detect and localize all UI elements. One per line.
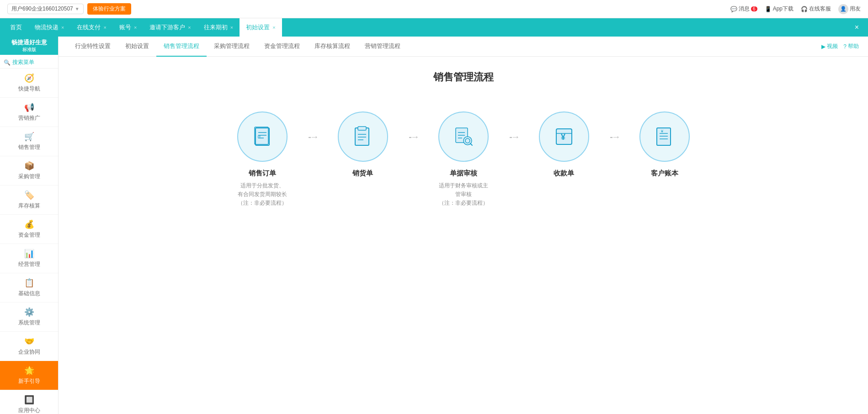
sidebar-search[interactable]: 🔍 搜索菜单 [0, 55, 58, 69]
sidebar-item-label: 系统管理 [18, 319, 40, 327]
sub-tab-actions: ▶ 视频 ? 帮助 [821, 42, 859, 50]
help-label: 帮助 [848, 42, 859, 50]
sub-tab-purchase-flow[interactable]: 采购管理流程 [207, 37, 257, 57]
video-link[interactable]: ▶ 视频 [821, 42, 838, 50]
flow-circle-delivery[interactable] [338, 111, 388, 162]
nav-tab-logistics[interactable]: 物流快递 × [28, 18, 70, 37]
sidebar-item-label: 新手引导 [18, 377, 40, 385]
sales-icon: 🛒 [24, 132, 34, 142]
flow-circle-audit[interactable] [438, 111, 489, 162]
nav-tab-invite[interactable]: 邀请下游客户 × [143, 18, 197, 37]
system-icon: ⚙️ [24, 307, 34, 317]
video-icon: ▶ [821, 43, 825, 50]
search-icon: 🔍 [4, 59, 11, 66]
sidebar-item-basic-info[interactable]: 📋 基础信息 [0, 273, 58, 303]
message-label: 消息 [739, 5, 750, 13]
sidebar-item-label: 基础信息 [18, 290, 40, 297]
flow-arrow-3: ···→ [500, 111, 527, 142]
flow-circle-ledger[interactable]: ¥ [639, 111, 690, 162]
headset-icon: 🎧 [801, 6, 808, 12]
nav-tab-payment-close[interactable]: × [103, 25, 106, 30]
sidebar-item-quick-nav[interactable]: 🧭 快捷导航 [0, 69, 58, 98]
flow-step-receipt: ¥ 收款单 [527, 111, 601, 181]
flow-step-delivery: 销货单 [326, 111, 399, 181]
sidebar-item-label: 企业协同 [18, 348, 40, 356]
top-bar-left: 用户690企业1660120507 ▼ 体验行业方案 [7, 3, 131, 15]
svg-text:¥: ¥ [660, 129, 664, 133]
online-service-link[interactable]: 🎧 在线客服 [801, 5, 831, 13]
sidebar-item-newbie-guide[interactable]: 🌟 新手引导 [0, 361, 58, 390]
sub-tab-sales-flow[interactable]: 销售管理流程 [156, 37, 207, 57]
sidebar-item-purchase[interactable]: 📦 采购管理 [0, 156, 58, 186]
sidebar-logo: 畅捷通好生意 标准版 [0, 37, 58, 55]
svg-text:¥: ¥ [561, 133, 565, 142]
sub-tab-initial[interactable]: 初始设置 [118, 37, 156, 57]
trial-button[interactable]: 体验行业方案 [87, 3, 131, 15]
purchase-icon: 📦 [24, 161, 34, 171]
nav-tab-payment[interactable]: 在线支付 × [70, 18, 112, 37]
nav-tab-account-close[interactable]: × [134, 25, 137, 30]
sidebar-item-marketing[interactable]: 📢 营销推广 [0, 98, 58, 127]
sub-tab-crm-flow[interactable]: 营销管理流程 [357, 37, 408, 57]
nav-tab-home-label: 首页 [10, 23, 22, 32]
nav-tab-period-close[interactable]: × [230, 25, 233, 30]
flow-circle-sales-order[interactable]: ≡ [237, 111, 288, 162]
user-menu-link[interactable]: 👤 用友 [838, 4, 861, 14]
nav-tab-account[interactable]: 账号 × [113, 18, 143, 37]
sub-tab-crm-flow-label: 营销管理流程 [365, 42, 400, 50]
message-link[interactable]: 💬 消息 6 [730, 5, 757, 13]
flow-step-ledger: ¥ 客户账本 [628, 111, 701, 181]
sidebar-item-inventory[interactable]: 🏷️ 库存核算 [0, 186, 58, 215]
nav-tab-period[interactable]: 往来期初 × [197, 18, 240, 37]
sidebar-logo-sub: 标准版 [22, 47, 36, 53]
sub-tab-initial-label: 初始设置 [125, 42, 149, 50]
nav-tab-logistics-label: 物流快递 [35, 23, 59, 32]
help-link[interactable]: ? 帮助 [843, 42, 859, 50]
nav-tab-period-label: 往来期初 [204, 23, 228, 32]
app-download-link[interactable]: 📱 App下载 [765, 5, 793, 13]
audit-icon [452, 125, 475, 148]
nav-tab-initial-setup-label: 初始设置 [246, 23, 270, 32]
nav-tab-initial-setup[interactable]: 初始设置 × [240, 18, 282, 37]
nav-tab-payment-label: 在线支付 [77, 23, 101, 32]
sub-tab-industry[interactable]: 行业特性设置 [68, 37, 118, 57]
sales-order-name: 销售订单 [249, 169, 276, 178]
sidebar-search-label: 搜索菜单 [12, 58, 34, 66]
sidebar-item-finance[interactable]: 💰 资金管理 [0, 215, 58, 244]
message-icon: 💬 [730, 6, 737, 12]
top-bar: 用户690企业1660120507 ▼ 体验行业方案 💬 消息 6 📱 App下… [0, 0, 868, 18]
user-label: 用户690企业1660120507 [11, 5, 73, 13]
flow-circle-receipt[interactable]: ¥ [539, 111, 589, 162]
sidebar-item-enterprise-collab[interactable]: 🤝 企业协同 [0, 332, 58, 361]
sidebar-item-label: 应用中心 [18, 407, 40, 414]
sidebar-logo-title: 畅捷通好生意 [11, 38, 47, 47]
nav-tab-logistics-close[interactable]: × [61, 25, 64, 30]
sub-tab-inventory-flow[interactable]: 库存核算流程 [307, 37, 357, 57]
sidebar-item-sales[interactable]: 🛒 销售管理 [0, 127, 58, 156]
sub-tabs: 行业特性设置 初始设置 销售管理流程 采购管理流程 资金管理流程 库存核算流程 … [59, 37, 868, 57]
sub-tab-industry-label: 行业特性设置 [75, 42, 111, 50]
user-selector[interactable]: 用户690企业1660120507 ▼ [7, 4, 84, 14]
nav-close-all-button[interactable]: × [849, 23, 864, 32]
main-content: 行业特性设置 初始设置 销售管理流程 采购管理流程 资金管理流程 库存核算流程 … [59, 37, 868, 414]
audit-desc: 适用于财务审核或主管审核（注：非必要流程） [439, 181, 488, 208]
nav-tab-home[interactable]: 首页 [4, 18, 28, 37]
sidebar-item-app-center[interactable]: 🔲 应用中心 [0, 390, 58, 414]
marketing-icon: 📢 [24, 102, 34, 112]
app-icon: 📱 [765, 6, 772, 12]
app-center-icon: 🔲 [24, 395, 34, 405]
receipt-icon: ¥ [553, 125, 575, 148]
svg-line-17 [470, 143, 472, 145]
sidebar-item-operations[interactable]: 📊 经营管理 [0, 244, 58, 273]
nav-tab-initial-setup-close[interactable]: × [272, 25, 275, 30]
nav-tab-invite-close[interactable]: × [188, 25, 191, 30]
sidebar-item-label: 销售管理 [18, 143, 40, 151]
sub-tab-finance-flow[interactable]: 资金管理流程 [257, 37, 307, 57]
svg-rect-7 [358, 127, 366, 130]
ledger-icon: ¥ [653, 125, 676, 148]
sidebar-item-system[interactable]: ⚙️ 系统管理 [0, 303, 58, 332]
audit-name: 单据审核 [450, 169, 477, 178]
user-name-label: 用友 [850, 5, 861, 13]
svg-text:≡: ≡ [257, 133, 261, 140]
flow-arrow-2: ···→ [399, 111, 427, 142]
